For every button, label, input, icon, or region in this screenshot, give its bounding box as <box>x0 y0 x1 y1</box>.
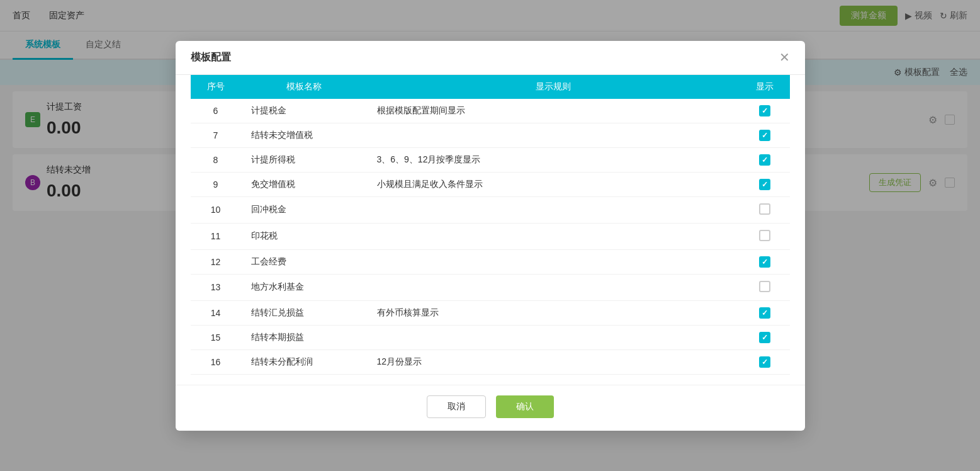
row-index: 15 <box>191 325 241 349</box>
confirm-button[interactable]: 确认 <box>496 395 554 418</box>
row-rule: 12月份显示 <box>367 349 740 374</box>
row-checkbox[interactable] <box>759 281 770 292</box>
modal-body: 序号 模板名称 显示规则 显示 6计提税金根据模版配置期间显示7结转未交增值税8… <box>176 75 805 385</box>
cancel-button[interactable]: 取消 <box>427 395 486 418</box>
row-rule: 3、6、9、12月按季度显示 <box>367 147 740 172</box>
row-rule <box>367 123 740 147</box>
row-checkbox-cell <box>740 196 790 223</box>
modal-footer: 取消 确认 <box>176 385 805 431</box>
table-header: 序号 模板名称 显示规则 显示 <box>191 75 790 99</box>
row-name: 回冲税金 <box>241 196 367 223</box>
row-rule <box>367 223 740 249</box>
row-checkbox-cell <box>740 349 790 374</box>
row-checkbox[interactable] <box>759 230 770 241</box>
table-row: 16结转未分配利润12月份显示 <box>191 349 790 374</box>
row-name: 地方水利基金 <box>241 274 367 300</box>
table-row: 8计提所得税3、6、9、12月按季度显示 <box>191 147 790 172</box>
row-name: 结转本期损益 <box>241 325 367 349</box>
col-index: 序号 <box>191 75 241 99</box>
row-index: 14 <box>191 300 241 325</box>
row-rule <box>367 274 740 300</box>
row-index: 13 <box>191 274 241 300</box>
row-checkbox[interactable] <box>759 256 770 268</box>
modal-close-button[interactable]: ✕ <box>779 51 790 64</box>
row-name: 工会经费 <box>241 249 367 274</box>
row-checkbox[interactable] <box>759 203 770 215</box>
table-row: 6计提税金根据模版配置期间显示 <box>191 99 790 123</box>
modal-header: 模板配置 ✕ <box>176 41 805 75</box>
row-index: 11 <box>191 223 241 249</box>
config-table: 序号 模板名称 显示规则 显示 6计提税金根据模版配置期间显示7结转未交增值税8… <box>191 75 790 375</box>
row-checkbox[interactable] <box>759 332 770 343</box>
row-rule: 根据模版配置期间显示 <box>367 99 740 123</box>
row-name: 结转汇兑损益 <box>241 300 367 325</box>
row-checkbox[interactable] <box>759 307 770 319</box>
table-row: 7结转未交增值税 <box>191 123 790 147</box>
row-checkbox[interactable] <box>759 356 770 368</box>
row-checkbox[interactable] <box>759 130 770 141</box>
row-index: 9 <box>191 172 241 196</box>
col-rule: 显示规则 <box>367 75 740 99</box>
row-rule: 小规模且满足收入条件显示 <box>367 172 740 196</box>
row-name: 结转未交增值税 <box>241 123 367 147</box>
row-name: 计提所得税 <box>241 147 367 172</box>
row-checkbox-cell <box>740 223 790 249</box>
row-checkbox-cell <box>740 172 790 196</box>
row-checkbox-cell <box>740 300 790 325</box>
table-row: 11印花税 <box>191 223 790 249</box>
row-name: 免交增值税 <box>241 172 367 196</box>
row-checkbox[interactable] <box>759 179 770 190</box>
modal-overlay: 模板配置 ✕ 序号 模板名称 显示规则 显示 6计提税金根据模版配置期间显示7结… <box>0 0 980 471</box>
row-index: 7 <box>191 123 241 147</box>
row-index: 16 <box>191 349 241 374</box>
table-row: 14结转汇兑损益有外币核算显示 <box>191 300 790 325</box>
row-index: 10 <box>191 196 241 223</box>
row-checkbox-cell <box>740 147 790 172</box>
row-checkbox-cell <box>740 99 790 123</box>
row-checkbox[interactable] <box>759 105 770 116</box>
row-rule <box>367 196 740 223</box>
row-index: 6 <box>191 99 241 123</box>
table-row: 10回冲税金 <box>191 196 790 223</box>
modal-template-config: 模板配置 ✕ 序号 模板名称 显示规则 显示 6计提税金根据模版配置期间显示7结… <box>176 41 805 431</box>
col-display: 显示 <box>740 75 790 99</box>
table-row: 9免交增值税小规模且满足收入条件显示 <box>191 172 790 196</box>
modal-title: 模板配置 <box>191 51 231 64</box>
row-index: 12 <box>191 249 241 274</box>
row-checkbox-cell <box>740 123 790 147</box>
table-row: 13地方水利基金 <box>191 274 790 300</box>
row-name: 印花税 <box>241 223 367 249</box>
row-index: 8 <box>191 147 241 172</box>
row-name: 计提税金 <box>241 99 367 123</box>
row-rule <box>367 325 740 349</box>
table-body: 6计提税金根据模版配置期间显示7结转未交增值税8计提所得税3、6、9、12月按季… <box>191 99 790 375</box>
row-checkbox-cell <box>740 325 790 349</box>
row-checkbox-cell <box>740 249 790 274</box>
row-checkbox-cell <box>740 274 790 300</box>
row-rule <box>367 249 740 274</box>
row-rule: 有外币核算显示 <box>367 300 740 325</box>
row-checkbox[interactable] <box>759 154 770 166</box>
table-row: 15结转本期损益 <box>191 325 790 349</box>
row-name: 结转未分配利润 <box>241 349 367 374</box>
col-name: 模板名称 <box>241 75 367 99</box>
table-row: 12工会经费 <box>191 249 790 274</box>
